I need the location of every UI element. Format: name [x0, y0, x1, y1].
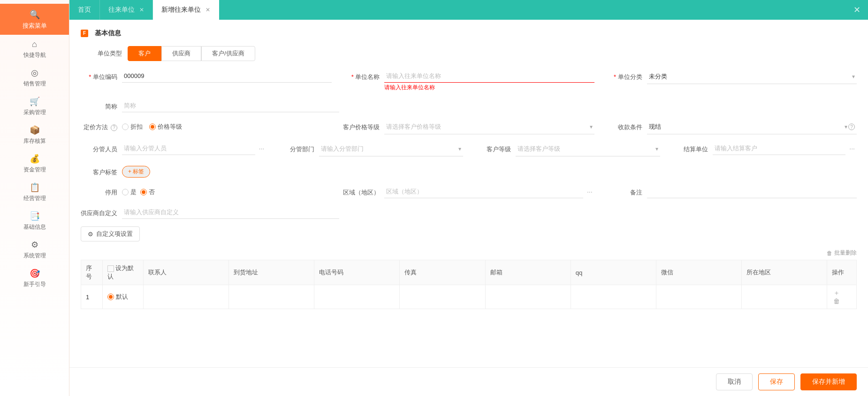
sidebar-item-quick-nav[interactable]: ⌂ 快捷导航	[0, 35, 69, 63]
payment-terms-help[interactable]: ?	[848, 124, 855, 130]
sidebar-item-label: 资金管理	[23, 166, 46, 174]
sidebar-item-system[interactable]: ⚙ 系统管理	[0, 235, 69, 264]
field-payment-terms: 收款条件 现结 ▾ ?	[606, 120, 857, 134]
sidebar-item-label: 销售管理	[23, 80, 46, 88]
supplier-custom-label: 供应商自定义	[81, 206, 122, 217]
sidebar-item-inventory[interactable]: 📦 库存核算	[0, 120, 69, 149]
stop-label: 停用	[81, 185, 122, 197]
add-tag-button[interactable]: + 标签	[122, 166, 150, 178]
finance-icon: 💰	[30, 154, 40, 164]
sidebar-item-sales[interactable]: ◎ 销售管理	[0, 63, 69, 92]
payment-terms-select[interactable]: 现结 ▾ ?	[647, 120, 857, 134]
payment-terms-label: 收款条件	[606, 120, 647, 132]
short-name-input[interactable]	[122, 99, 339, 112]
td-qq-input[interactable]	[576, 291, 651, 303]
unit-category-select[interactable]: 未分类 ▾	[647, 70, 857, 84]
sidebar-search-label: 搜索菜单	[23, 22, 47, 30]
radio-discount[interactable]: 折扣	[122, 123, 143, 131]
payment-terms-chevron: ▾	[845, 124, 847, 130]
tab-new-partner[interactable]: 新增往来单位 ✕	[153, 0, 219, 20]
tab-partners-label: 往来单位	[108, 6, 135, 14]
department-field: 请输入分管部门 ▾	[319, 142, 464, 156]
td-phone-input[interactable]	[319, 291, 395, 303]
radio-stop-yes-label: 是	[130, 188, 137, 196]
customer-price-level-select[interactable]: 请选择客户价格等级 ▾	[384, 120, 594, 134]
pricing-method-help[interactable]: ?	[111, 124, 117, 131]
tab-new-partner-close[interactable]: ✕	[206, 7, 210, 13]
sidebar-item-label: 采购管理	[23, 109, 46, 116]
guide-icon: 🎯	[30, 268, 40, 279]
manager-input[interactable]	[122, 142, 255, 155]
td-region-input[interactable]	[746, 291, 822, 303]
sidebar-item-guide[interactable]: 🎯 新手引导	[0, 264, 69, 292]
sidebar-item-basic[interactable]: 📑 基础信息	[0, 206, 69, 235]
td-address-input[interactable]	[234, 291, 309, 303]
radio-discount-circle	[122, 124, 129, 130]
td-email-input[interactable]	[490, 291, 566, 303]
th-contact: 联系人	[143, 260, 228, 285]
settlement-unit-input[interactable]	[713, 142, 846, 155]
sidebar: 🔍 搜索菜单 ⌂ 快捷导航 ◎ 销售管理 🛒 采购管理 📦 库存核算 💰 资金管…	[0, 0, 69, 396]
sidebar-item-label: 经营管理	[23, 194, 46, 202]
radio-discount-label: 折扣	[130, 123, 143, 131]
sidebar-item-finance[interactable]: 💰 资金管理	[0, 149, 69, 178]
type-btn-supplier[interactable]: 供应商	[161, 46, 201, 61]
tag-field: + 标签	[122, 164, 150, 178]
tab-partners[interactable]: 往来单位 ✕	[100, 0, 153, 20]
cancel-button[interactable]: 取消	[716, 373, 753, 390]
batch-delete-row[interactable]: 🗑 批量删除	[81, 249, 857, 257]
td-action: ＋ 🗑	[827, 285, 857, 309]
unit-name-input[interactable]	[384, 70, 594, 83]
table-row-add-btn[interactable]: ＋	[832, 289, 841, 296]
unit-name-label: 单位名称	[343, 70, 384, 81]
page-content: F 基本信息 单位类型 客户 供应商 客户/供应商 单位编码 单位名称 请输入往…	[69, 20, 868, 367]
custom-settings-button[interactable]: ⚙ 自定义项设置	[81, 226, 140, 241]
region-input[interactable]	[384, 185, 583, 198]
row-default-label: 默认	[116, 293, 128, 301]
sidebar-item-label: 基础信息	[23, 223, 46, 231]
payment-terms-field: 现结 ▾ ?	[647, 120, 857, 134]
sidebar-item-label: 新手引导	[23, 280, 46, 288]
td-fax	[400, 285, 485, 309]
radio-stop-no[interactable]: 否	[140, 188, 155, 196]
row-default-radio[interactable]: 默认	[107, 293, 138, 301]
tab-close-all[interactable]: ✕	[846, 5, 868, 15]
settlement-unit-more-btn[interactable]: ···	[847, 145, 857, 152]
supplier-custom-input[interactable]	[122, 206, 339, 219]
td-wechat-input[interactable]	[661, 291, 737, 303]
payment-terms-value: 现结	[649, 123, 843, 131]
tab-home[interactable]: 首页	[69, 0, 100, 20]
field-supplier-custom: 供应商自定义	[81, 206, 339, 219]
td-email	[485, 285, 571, 309]
save-button[interactable]: 保存	[758, 373, 795, 390]
tab-partners-close[interactable]: ✕	[139, 7, 144, 13]
department-chevron: ▾	[458, 146, 461, 152]
tab-home-label: 首页	[78, 6, 91, 14]
notes-input[interactable]	[647, 185, 857, 198]
type-btn-both[interactable]: 客户/供应商	[201, 46, 255, 61]
td-default: 默认	[102, 285, 143, 309]
customer-level-select[interactable]: 请选择客户等级 ▾	[516, 142, 660, 156]
table-row-delete-btn[interactable]: 🗑	[832, 297, 841, 305]
manager-more-btn[interactable]: ···	[257, 145, 266, 152]
td-fax-input[interactable]	[404, 291, 480, 303]
form-row-1: 单位编码 单位名称 请输入往来单位名称 单位分类 未分类 ▾	[81, 70, 857, 92]
sidebar-item-purchase[interactable]: 🛒 采购管理	[0, 92, 69, 120]
sidebar-item-operation[interactable]: 📋 经营管理	[0, 178, 69, 206]
field-customer-level: 客户等级 请选择客户等级 ▾	[474, 142, 660, 156]
td-contact-input[interactable]	[148, 291, 224, 303]
region-more-btn[interactable]: ···	[585, 188, 594, 195]
contacts-table: 序号 设为默认 联系人 到货地址 电话号码 传真 邮箱 qq 微信 所在地区 操…	[81, 260, 857, 309]
radio-stop-yes-circle	[122, 189, 129, 195]
manager-label: 分管人员	[81, 142, 122, 154]
short-name-label: 简称	[81, 99, 122, 111]
radio-price-level[interactable]: 价格等级	[149, 123, 182, 131]
save-new-button[interactable]: 保存并新增	[800, 373, 857, 390]
sidebar-search[interactable]: 🔍 搜索菜单	[0, 4, 69, 35]
supplier-custom-field	[122, 206, 339, 219]
department-select[interactable]: 请输入分管部门 ▾	[319, 142, 464, 156]
td-phone	[314, 285, 400, 309]
radio-stop-yes[interactable]: 是	[122, 188, 137, 196]
type-btn-customer[interactable]: 客户	[128, 46, 161, 61]
unit-code-input[interactable]	[122, 70, 332, 83]
